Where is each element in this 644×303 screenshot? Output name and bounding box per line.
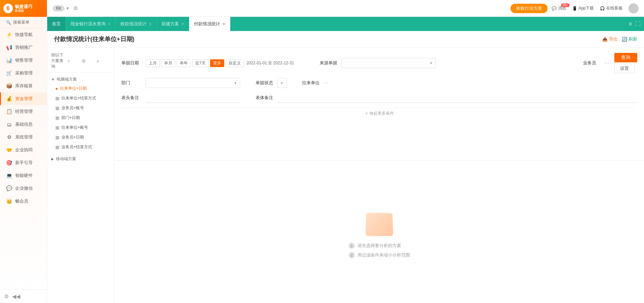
- topbar-settings-icon[interactable]: ⚙: [73, 5, 78, 11]
- tabbar-right: ✕ ⛶: [625, 17, 644, 31]
- app-download-btn[interactable]: 📱 App下载: [572, 5, 594, 11]
- user-name[interactable]: Rit: [53, 5, 64, 11]
- scheme-mobile-header[interactable]: ▶ 移动端方案: [47, 155, 114, 163]
- hint-text-1: 请先选择要分析的方案: [357, 243, 401, 249]
- dept-select-arrow: ▼: [234, 81, 237, 85]
- scheme-item-label-staff-settle: 业务员+结算方式: [61, 144, 92, 150]
- collapse-bar[interactable]: ∧ 收起更多条件: [121, 108, 637, 119]
- tab-payment-stats-close[interactable]: ✕: [222, 22, 225, 26]
- messages-btn[interactable]: 💬 消息 99+: [552, 5, 566, 11]
- date-btn-last-month[interactable]: 上月: [146, 59, 160, 67]
- dept-select[interactable]: ▼: [146, 78, 240, 88]
- scheme-item-staff-settle[interactable]: ▦业务员+结算方式: [47, 142, 114, 152]
- date-btn-this-year[interactable]: 本年: [177, 59, 191, 67]
- tab-payment-stats[interactable]: 付款情况统计 ✕: [189, 17, 230, 31]
- sidebar-item-marketing[interactable]: 📢营销推广: [0, 41, 47, 54]
- tab-payment-stats-label: 付款情况统计: [194, 21, 220, 27]
- settings-btn[interactable]: 设置: [614, 64, 635, 73]
- nav-icon-wechat: 💬: [6, 185, 12, 191]
- scheme-item-unit-date[interactable]: ●往来单位+日期: [47, 84, 114, 93]
- refresh-btn[interactable]: 🔄 刷新: [622, 36, 637, 42]
- scheme-mobile-section: ▶ 移动端方案: [47, 153, 114, 164]
- trial-btn[interactable]: 体验行业方案: [510, 4, 548, 13]
- arrow-down-icon: ▼: [51, 78, 55, 81]
- logo-text: 畅捷通巧 标准版: [15, 4, 32, 13]
- sidebar-item-capital[interactable]: 💰资金管理: [0, 92, 47, 105]
- user-dropdown-icon[interactable]: ▼: [66, 6, 70, 11]
- sidebar-item-hardware[interactable]: 💻智能硬件: [0, 169, 47, 182]
- sidebar-item-purchase[interactable]: 🛒采购管理: [0, 67, 47, 80]
- scheme-item-label-unit-account: 往来单位+账号: [61, 125, 88, 130]
- sidebar-item-inventory[interactable]: 📦库存核算: [0, 80, 47, 92]
- tab-receipt-stats-close[interactable]: ✕: [149, 22, 152, 26]
- scheme-item-label-staff-account: 业务员+账号: [61, 105, 84, 111]
- tab-receipt-stats-label: 收款情况统计: [120, 21, 147, 27]
- page-title: 付款情况统计(往来单位+日期): [54, 35, 135, 43]
- tab-new-scheme[interactable]: 新建方案 ✕: [157, 17, 189, 31]
- tab-receipt-stats[interactable]: 收款情况统计 ✕: [116, 17, 157, 31]
- sidebar-search[interactable]: 🔍 搜索菜单: [0, 17, 47, 28]
- scheme-item-staff-account[interactable]: ▦业务员+账号: [47, 103, 114, 113]
- filter-area: 单据日期 上月 本月 本年 近7天 更多 自定义 2022-01-01 至 20…: [115, 48, 644, 160]
- scheme-desktop-label: 电脑端方案: [57, 77, 77, 82]
- tab-close-all-icon[interactable]: ✕: [628, 21, 633, 27]
- main-area: Rit ▼ ⚙ 体验行业方案 💬 消息 99+ 📱 App下载 🎧 在线客服: [47, 0, 644, 303]
- refresh-label: 刷新: [628, 36, 637, 42]
- sidebar-item-base-info[interactable]: 🗂基础信息: [0, 118, 47, 131]
- empty-icon-shape: [365, 213, 393, 236]
- sidebar-item-operation[interactable]: 📋经营管理: [0, 105, 47, 118]
- scheme-item-staff-date[interactable]: ▦业务员+日期: [47, 132, 114, 142]
- scheme-collapse-icon[interactable]: «: [96, 58, 110, 64]
- scheme-item-dept-date[interactable]: ▦部门+日期: [47, 113, 114, 123]
- scheme-item-unit-settle[interactable]: ▦往来单位+结算方式: [47, 93, 114, 103]
- scheme-item-label-dept-date: 部门+日期: [61, 115, 80, 121]
- online-service-btn[interactable]: 🎧 在线客服: [600, 5, 622, 11]
- scheme-item-unit-account[interactable]: ▦往来单位+账号: [47, 123, 114, 132]
- tab-bank-flow[interactable]: 现金银行流水查询 ✕: [66, 17, 116, 31]
- scheme-panel-title: 按以下方案查询: [51, 52, 65, 69]
- tab-bank-flow-close[interactable]: ✕: [108, 22, 111, 26]
- staff-ellipsis[interactable]: ···: [605, 60, 609, 66]
- date-btn-custom[interactable]: 自定义: [226, 59, 244, 67]
- tab-home[interactable]: 首页: [47, 17, 66, 31]
- scheme-settings-icon[interactable]: ⚙: [82, 58, 95, 64]
- hint-num-1: 1: [349, 243, 355, 249]
- sidebar-item-cooperation[interactable]: 🤝企业协同: [0, 144, 47, 156]
- empty-hint-1: 1 请先选择要分析的方案: [349, 243, 410, 249]
- user-avatar[interactable]: [628, 3, 639, 13]
- query-btn[interactable]: 查询: [614, 53, 637, 62]
- nav-icon-system: ⚙: [6, 134, 12, 140]
- sidebar-item-quick-nav[interactable]: ⚡快捷导航: [0, 28, 47, 41]
- tab-expand-icon[interactable]: ⛶: [635, 21, 641, 27]
- sidebar-item-vip[interactable]: 👑畅会员: [0, 195, 47, 208]
- collapse-sidebar-icon[interactable]: ◀◀: [12, 293, 20, 300]
- date-btn-7days[interactable]: 近7天: [192, 59, 209, 67]
- sidebar-item-sales[interactable]: 📊销售管理: [0, 54, 47, 67]
- scheme-item-icon-dept-date: ▦: [55, 115, 59, 120]
- date-btn-more[interactable]: 更多: [210, 59, 224, 67]
- staff-label: 业务员: [583, 60, 602, 66]
- doc-status-group: 单据状态 ▼: [256, 78, 287, 88]
- settings-bottom-icon[interactable]: ⚙: [4, 293, 9, 300]
- tab-new-scheme-close[interactable]: ✕: [181, 22, 184, 26]
- doc-status-select[interactable]: ▼: [277, 78, 287, 88]
- scheme-desktop-header[interactable]: ▼ 电脑端方案: [47, 75, 114, 84]
- nav-icon-base-info: 🗂: [6, 122, 12, 127]
- sidebar-item-wechat[interactable]: 💬企业微信: [0, 182, 47, 195]
- arrow-right-icon: ▶: [51, 157, 54, 161]
- sidebar-item-guide[interactable]: 🎯新手引导: [0, 156, 47, 169]
- sidebar-item-system[interactable]: ⚙系统管理: [0, 131, 47, 144]
- empty-texts: 1 请先选择要分析的方案 2 用过滤条件来缩小分析范围: [349, 243, 410, 258]
- date-btn-this-month[interactable]: 本月: [161, 59, 175, 67]
- nav-label-quick-nav: 快捷导航: [15, 32, 33, 38]
- export-btn[interactable]: 📤 导出: [602, 36, 618, 42]
- related-unit-ellipsis[interactable]: ···: [324, 80, 328, 86]
- body-note-input[interactable]: [277, 93, 637, 103]
- scheme-add-icon[interactable]: ＋: [66, 58, 80, 64]
- source-select[interactable]: ▼: [341, 58, 436, 68]
- tab-home-label: 首页: [52, 21, 61, 27]
- nav-label-hardware: 智能硬件: [15, 173, 33, 179]
- nav-label-wechat: 企业微信: [15, 185, 33, 191]
- header-note-input[interactable]: [146, 93, 240, 103]
- content-area: 付款情况统计(往来单位+日期) 📤 导出 🔄 刷新 按以下方案查询 ＋ ⚙: [47, 31, 644, 303]
